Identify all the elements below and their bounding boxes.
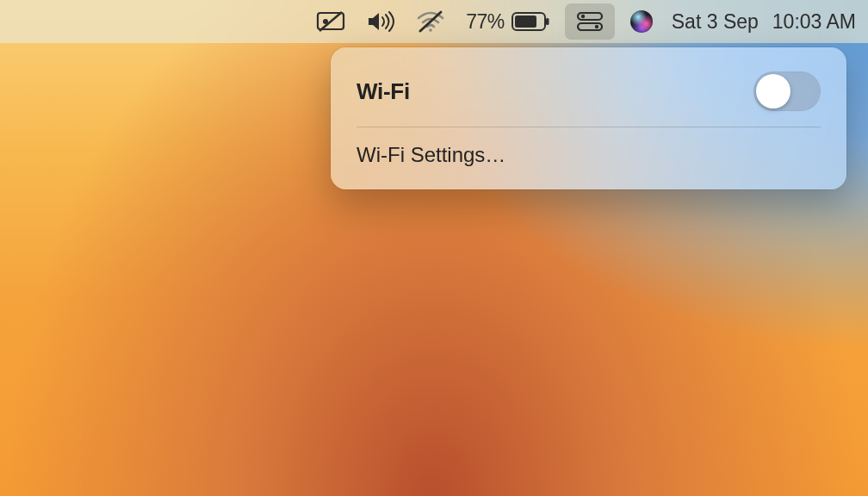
- control-center-icon[interactable]: [565, 3, 615, 40]
- wifi-settings-link[interactable]: Wi-Fi Settings…: [356, 140, 821, 172]
- svg-point-3: [429, 28, 432, 32]
- svg-rect-6: [515, 16, 536, 28]
- svg-rect-7: [546, 18, 549, 25]
- menubar-time[interactable]: 10:03 AM: [762, 10, 856, 34]
- wifi-off-icon[interactable]: [406, 0, 456, 43]
- svg-point-9: [581, 15, 585, 18]
- wifi-dropdown-panel: Wi-Fi Wi-Fi Settings…: [331, 47, 846, 189]
- screen-mirroring-icon[interactable]: [306, 0, 356, 43]
- menubar-date[interactable]: Sat 3 Sep: [663, 10, 762, 34]
- svg-line-2: [319, 12, 342, 31]
- svg-point-11: [595, 25, 598, 28]
- battery-percent-label: 77%: [466, 10, 505, 34]
- volume-icon[interactable]: [356, 0, 406, 43]
- battery-icon: [512, 12, 549, 31]
- siri-icon[interactable]: [620, 0, 663, 43]
- switch-knob: [756, 74, 790, 108]
- wifi-toggle-row: Wi-Fi: [356, 66, 821, 127]
- wifi-panel-title: Wi-Fi: [356, 78, 410, 105]
- menubar: 77% Sat 3 Sep 10:03 AM: [0, 0, 868, 43]
- wifi-toggle-switch[interactable]: [753, 71, 821, 111]
- battery-status[interactable]: 77%: [456, 10, 560, 34]
- panel-divider: [356, 127, 821, 127]
